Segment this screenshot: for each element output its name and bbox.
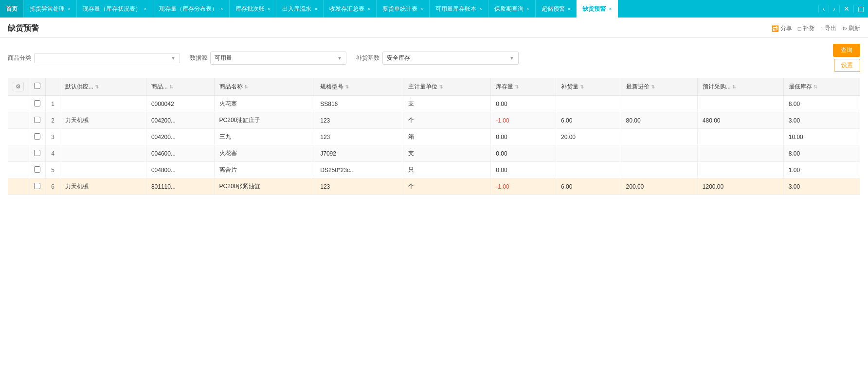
- gear-settings-btn[interactable]: ⚙: [13, 82, 24, 91]
- cell-product_code-3: 004600...: [146, 145, 214, 162]
- cell-stock-3: 0.00: [491, 145, 556, 162]
- row-checkbox-3[interactable]: [29, 145, 46, 162]
- cell-latest_price-1: 80.00: [621, 112, 697, 129]
- col-header-no: [46, 78, 60, 96]
- cell-supplier-2: [60, 129, 146, 145]
- cell-replenish_qty-1: 6.00: [556, 112, 621, 129]
- refresh-btn[interactable]: ↻ 刷新: [842, 24, 860, 33]
- tab-close-stockout[interactable]: ×: [609, 6, 612, 12]
- tab-close-available-ledger[interactable]: ×: [479, 6, 482, 12]
- col-header-check[interactable]: [29, 78, 46, 96]
- share-btn[interactable]: 🔁 分享: [772, 24, 792, 33]
- cell-spec-0: SS816: [315, 96, 403, 112]
- row-checkbox-0[interactable]: [29, 96, 46, 112]
- tab-label-available-ledger: 可用量库存账本: [435, 5, 476, 13]
- tab-bar: 首页拣货异常处理×现存量（库存状况表）×现存量（库存分布表）×库存批次账×出入库…: [0, 0, 868, 18]
- cell-product_name-0: 火花塞: [214, 96, 315, 112]
- cell-latest_price-0: [621, 96, 697, 112]
- cell-replenish_qty-3: [556, 145, 621, 162]
- tab-close-defect-handling[interactable]: ×: [68, 6, 71, 12]
- tab-label-inventory-status: 现存量（库存状况表）: [83, 5, 141, 13]
- row-no-0: 1: [46, 96, 60, 112]
- tab-home[interactable]: 首页: [0, 0, 24, 18]
- row-check-input-3[interactable]: [34, 150, 40, 156]
- datasource-select[interactable]: 可用量 ▼: [210, 52, 346, 65]
- tab-expiry-query[interactable]: 保质期查询×: [488, 0, 536, 18]
- row-checkbox-1[interactable]: [29, 112, 46, 129]
- tab-close-inout-flow[interactable]: ×: [314, 6, 317, 12]
- row-no-5: 6: [46, 178, 60, 195]
- row-checkbox-5[interactable]: [29, 178, 46, 195]
- sort-icon-latest_price[interactable]: ⇅: [651, 84, 655, 89]
- tab-inout-flow[interactable]: 出入库流水×: [276, 0, 324, 18]
- row-no-4: 5: [46, 162, 60, 178]
- share-icon: 🔁: [772, 25, 779, 32]
- export-icon: ↑: [820, 25, 823, 32]
- tab-close-receive-summary[interactable]: ×: [367, 6, 370, 12]
- tab-stockout[interactable]: 缺货预警×: [577, 0, 618, 18]
- cell-product_name-1: PC200油缸庄子: [214, 112, 315, 129]
- tab-demand-stat[interactable]: 要货单统计表×: [377, 0, 430, 18]
- row-check-input-4[interactable]: [34, 166, 40, 173]
- query-button[interactable]: 查询: [833, 44, 860, 57]
- tab-label-receive-summary: 收发存汇总表: [329, 5, 364, 13]
- sort-icon-supplier[interactable]: ⇅: [95, 84, 99, 89]
- row-check-input-0[interactable]: [34, 100, 40, 106]
- tab-close-demand-stat[interactable]: ×: [420, 6, 423, 12]
- row-checkbox-2[interactable]: [29, 129, 46, 145]
- cell-product_code-4: 004800...: [146, 162, 214, 178]
- tab-close-overstock[interactable]: ×: [568, 6, 571, 12]
- col-label-spec: 规格型号: [320, 83, 344, 90]
- row-no-1: 2: [46, 112, 60, 129]
- filter-actions: 查询 设置: [833, 44, 860, 72]
- row-check-input-5[interactable]: [34, 183, 40, 189]
- sort-icon-stock[interactable]: ⇅: [515, 84, 519, 89]
- tab-batch-account[interactable]: 库存批次账×: [230, 0, 277, 18]
- tab-overstock[interactable]: 超储预警×: [536, 0, 577, 18]
- row-gear-1: [8, 112, 29, 129]
- tab-next-btn[interactable]: ›: [829, 5, 839, 13]
- row-check-input-2[interactable]: [34, 133, 40, 140]
- tab-close-btn[interactable]: ✕: [839, 5, 853, 13]
- table-row: 4004600...火花塞J7092支0.008.00: [8, 145, 860, 162]
- col-label-unit: 主计量单位: [408, 83, 437, 90]
- sort-icon-product_name[interactable]: ⇅: [244, 84, 248, 89]
- col-label-estimated_purchase: 预计采购...: [703, 83, 731, 90]
- row-gear-3: [8, 145, 29, 162]
- export-btn[interactable]: ↑ 导出: [820, 24, 836, 33]
- tab-available-ledger[interactable]: 可用量库存账本×: [430, 0, 488, 18]
- tab-inventory-dist[interactable]: 现存量（库存分布表）×: [153, 0, 230, 18]
- cell-unit-0: 支: [403, 96, 491, 112]
- row-check-input-1[interactable]: [34, 117, 40, 123]
- sort-icon-min_stock[interactable]: ⇅: [814, 84, 817, 89]
- tab-label-batch-account: 库存批次账: [235, 5, 265, 13]
- tab-defect-handling[interactable]: 拣货异常处理×: [24, 0, 77, 18]
- settings-button[interactable]: 设置: [834, 59, 860, 72]
- col-header-latest_price: 最新进价⇅: [621, 78, 697, 96]
- sort-icon-replenish_qty[interactable]: ⇅: [580, 84, 584, 89]
- col-label-min_stock: 最低库存: [789, 83, 812, 90]
- sort-icon-unit[interactable]: ⇅: [439, 84, 443, 89]
- tab-close-batch-account[interactable]: ×: [268, 6, 271, 12]
- replenish-btn[interactable]: □ 补货: [798, 24, 814, 33]
- table-row: 2力天机械004200...PC200油缸庄子123个-1.006.0080.0…: [8, 112, 860, 129]
- tab-prev-btn[interactable]: ‹: [818, 5, 829, 13]
- cell-spec-4: DS250*23c...: [315, 162, 403, 178]
- tab-inventory-status[interactable]: 现存量（库存状况表）×: [77, 0, 153, 18]
- replenish-select[interactable]: 安全库存 ▼: [382, 52, 519, 65]
- cell-supplier-1: 力天机械: [60, 112, 146, 129]
- sort-icon-estimated_purchase[interactable]: ⇅: [732, 84, 736, 89]
- row-checkbox-4[interactable]: [29, 162, 46, 178]
- sort-icon-product_code[interactable]: ⇅: [169, 84, 173, 89]
- tab-close-expiry-query[interactable]: ×: [526, 6, 529, 12]
- col-header-gear[interactable]: ⚙: [8, 78, 29, 96]
- select-all-checkbox[interactable]: [34, 83, 40, 89]
- col-header-estimated_purchase: 预计采购...⇅: [697, 78, 783, 96]
- tab-close-inventory-status[interactable]: ×: [144, 6, 147, 12]
- category-select[interactable]: ▼: [34, 53, 180, 63]
- tab-fullscreen-btn[interactable]: ▢: [853, 5, 868, 13]
- tab-close-inventory-dist[interactable]: ×: [220, 6, 223, 12]
- sort-icon-spec[interactable]: ⇅: [345, 84, 349, 89]
- tab-receive-summary[interactable]: 收发存汇总表×: [324, 0, 377, 18]
- table-row: 5004800...离合片DS250*23c...只0.001.00: [8, 162, 860, 178]
